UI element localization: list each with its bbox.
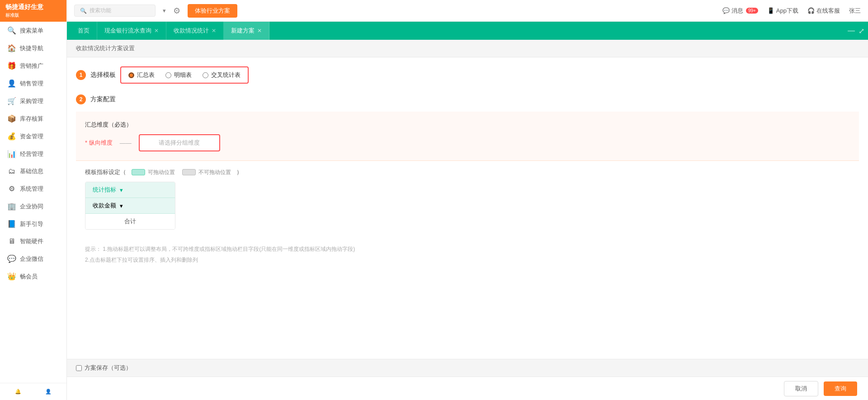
dimension-row: * 纵向维度 —— 请选择分组维度 — [85, 134, 850, 151]
search-icon: 🔍 — [80, 8, 87, 14]
indicator-table-header[interactable]: 统计指标 ▾ — [85, 182, 175, 198]
tab-minimize-btn[interactable]: — — [848, 27, 855, 35]
message-item[interactable]: 💬 消息 99+ — [722, 7, 758, 15]
radio-summary-input[interactable] — [128, 72, 134, 78]
sidebar-item-member[interactable]: 👑 畅会员 — [0, 268, 66, 285]
sidebar-item-label: 营销推广 — [20, 62, 43, 70]
message-icon: 💬 — [722, 7, 730, 14]
tab-new-plan-label: 新建方案 — [231, 27, 255, 35]
tab-home[interactable]: 首页 — [71, 22, 97, 40]
sidebar-item-finance[interactable]: 💰 资金管理 — [0, 127, 66, 145]
sidebar-item-operations[interactable]: 📊 经营管理 — [0, 145, 66, 163]
sidebar-item-sys-mgmt[interactable]: ⚙ 系统管理 — [0, 180, 66, 198]
tab-collection-stats-label: 收款情况统计 — [174, 27, 209, 35]
main-area: 🔍 搜索功能 ▾ ⚙ 体验行业方案 💬 消息 99+ 📱 App下载 🎧 在线客… — [67, 0, 868, 400]
save-plan-checkbox[interactable]: 方案保存（可选） — [76, 364, 132, 372]
tab-collection-stats[interactable]: 收款情况统计 ✕ — [166, 22, 224, 40]
sidebar-item-inventory[interactable]: 📦 库存核算 — [0, 110, 66, 127]
indicator-col1-label: 收款金额 — [93, 202, 116, 210]
tips-area: 提示： 1.拖动标题栏可以调整布局，不可跨维度或指标区域拖动栏目字段(只能在同一… — [76, 238, 859, 271]
sidebar-item-base-info[interactable]: 🗂 基础信息 — [0, 163, 66, 180]
message-label: 消息 — [731, 7, 743, 15]
indicator-row1: 合计 — [85, 214, 175, 229]
sidebar-item-sales[interactable]: 👤 销售管理 — [0, 75, 66, 92]
sidebar: 畅捷通好生意 标准版 🔍 搜索菜单 🏠 快捷导航 🎁 营销推广 👤 销售管理 🛒… — [0, 0, 67, 400]
vertical-dimension-label: * 纵向维度 — [85, 139, 113, 147]
username[interactable]: 张三 — [849, 7, 861, 15]
dimension-title: 汇总维度（必选） — [85, 121, 850, 129]
legend-nodrag-box — [182, 169, 196, 175]
sidebar-item-label: 基础信息 — [20, 167, 43, 175]
industry-btn[interactable]: 体验行业方案 — [188, 4, 237, 18]
tabbar-actions: — ⤢ — [848, 27, 864, 35]
chevron-down-icon[interactable]: ▾ — [163, 7, 166, 14]
indicator-table: 统计指标 ▾ 收款金额 ▾ 合计 — [85, 182, 175, 230]
radio-summary[interactable]: 汇总表 — [128, 71, 155, 79]
cancel-button[interactable]: 取消 — [784, 381, 818, 396]
sidebar-notify-btn[interactable]: 🔔 — [4, 387, 33, 396]
download-label: App下载 — [776, 7, 798, 15]
save-plan-checkbox-input[interactable] — [76, 365, 82, 371]
sidebar-item-label: 搜索菜单 — [20, 27, 43, 35]
tab-cash-flow[interactable]: 现金银行流水查询 ✕ — [97, 22, 166, 40]
indicator-legend-suffix: ） — [236, 168, 242, 176]
search-box[interactable]: 🔍 搜索功能 — [74, 5, 156, 17]
legend-draggable-box — [132, 169, 145, 175]
page-body: 1 选择模板 汇总表 明细表 — [67, 57, 868, 359]
step2-title: 方案配置 — [90, 95, 116, 104]
sys-mgmt-icon: ⚙ — [7, 184, 16, 193]
sidebar-item-purchase[interactable]: 🛒 采购管理 — [0, 92, 66, 110]
indicator-col1[interactable]: 收款金额 ▾ — [85, 198, 175, 214]
legend-nodrag-label: 不可拖动位置 — [198, 169, 231, 176]
member-icon: 👑 — [7, 272, 16, 281]
indicator-col1-dropdown-icon[interactable]: ▾ — [120, 202, 123, 209]
sidebar-item-search-menu[interactable]: 🔍 搜索菜单 — [0, 22, 66, 39]
step1-section: 1 选择模板 汇总表 明细表 — [76, 66, 859, 84]
sidebar-item-label: 销售管理 — [20, 80, 43, 88]
sidebar-item-quick-nav[interactable]: 🏠 快捷导航 — [0, 39, 66, 57]
tab-new-plan[interactable]: 新建方案 ✕ — [224, 22, 269, 40]
dimension-select[interactable]: 请选择分组维度 — [139, 134, 220, 151]
page-footer: 方案保存（可选） — [67, 359, 868, 376]
radio-cross-input[interactable] — [203, 72, 208, 78]
radio-detail-input[interactable] — [165, 72, 171, 78]
dimension-area: 汇总维度（必选） * 纵向维度 —— 请选择分组维度 — [76, 112, 859, 161]
sidebar-user-btn[interactable]: 👤 — [34, 387, 63, 396]
page-breadcrumb: 收款情况统计方案设置 — [67, 40, 868, 57]
dimension-arrow: —— — [120, 140, 132, 146]
tab-cash-flow-close[interactable]: ✕ — [154, 28, 159, 34]
radio-cross-label: 交叉统计表 — [211, 71, 241, 79]
legend-draggable: 可拖动位置 — [132, 169, 175, 176]
finance-icon: 💰 — [7, 132, 16, 141]
tip2: 2.点击标题栏下拉可设置排序、插入列和删除列 — [85, 254, 850, 265]
sidebar-item-label: 资金管理 — [20, 132, 43, 141]
sidebar-item-label: 库存核算 — [20, 115, 43, 123]
query-button[interactable]: 查询 — [824, 381, 857, 396]
gear-icon[interactable]: ⚙ — [173, 6, 180, 16]
indicator-table-header-dropdown-icon[interactable]: ▾ — [120, 187, 123, 193]
message-badge: 99+ — [746, 8, 758, 14]
enterprise-icon: 🏢 — [7, 202, 16, 211]
download-item[interactable]: 📱 App下载 — [767, 7, 798, 15]
sidebar-item-label: 企业微信 — [20, 255, 43, 263]
breadcrumb-text: 收款情况统计方案设置 — [76, 45, 135, 52]
service-item[interactable]: 🎧 在线客服 — [807, 7, 840, 15]
radio-cross[interactable]: 交叉统计表 — [203, 71, 241, 79]
sidebar-item-label: 新手引导 — [20, 220, 43, 228]
sidebar-item-label: 经营管理 — [20, 150, 43, 158]
sidebar-item-marketing[interactable]: 🎁 营销推广 — [0, 57, 66, 75]
tab-maximize-btn[interactable]: ⤢ — [859, 27, 864, 35]
sidebar-item-label: 企业协同 — [20, 202, 43, 211]
tab-new-plan-close[interactable]: ✕ — [257, 28, 262, 34]
sidebar-item-smart-hw[interactable]: 🖥 智能硬件 — [0, 233, 66, 250]
sidebar-item-guide[interactable]: 📘 新手引导 — [0, 215, 66, 233]
sidebar-logo: 畅捷通好生意 标准版 — [0, 0, 66, 22]
step1-badge: 1 — [76, 70, 86, 80]
sidebar-item-label: 智能硬件 — [20, 237, 43, 245]
sidebar-item-label: 畅会员 — [20, 273, 38, 281]
sidebar-item-wechat[interactable]: 💬 企业微信 — [0, 250, 66, 268]
tab-collection-stats-close[interactable]: ✕ — [212, 28, 216, 34]
sidebar-item-enterprise[interactable]: 🏢 企业协同 — [0, 198, 66, 215]
radio-detail[interactable]: 明细表 — [165, 71, 192, 79]
base-info-icon: 🗂 — [7, 167, 16, 175]
